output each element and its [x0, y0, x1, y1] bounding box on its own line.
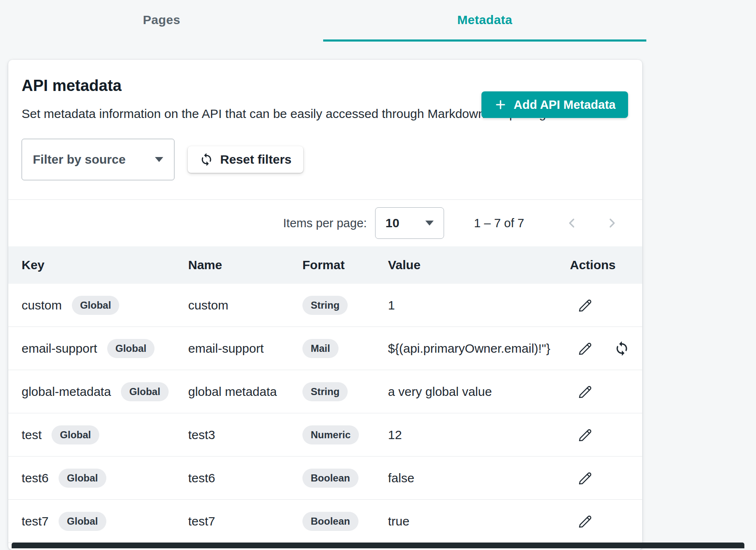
format-badge: String: [302, 382, 348, 401]
filter-by-source-label: Filter by source: [33, 152, 125, 167]
global-badge: Global: [107, 339, 155, 358]
items-per-page-value: 10: [385, 216, 399, 230]
format-cell: Mail: [302, 339, 388, 358]
format-cell: String: [302, 382, 388, 401]
key-cell: custom Global: [22, 296, 188, 315]
tab-bar: Pages Metadata: [0, 0, 646, 42]
metadata-value: ${(api.primaryOwner.email)!"}: [388, 341, 570, 356]
items-per-page-label: Items per page:: [283, 216, 367, 230]
actions-cell: [570, 297, 629, 313]
card-header: API metadata Set metadata information on…: [8, 60, 642, 121]
format-cell: String: [302, 296, 388, 315]
table-row: email-support Global email-support Mail …: [8, 327, 642, 370]
format-badge: String: [302, 296, 348, 315]
table-row: custom Global custom String 1: [8, 284, 642, 327]
metadata-name: test6: [188, 471, 302, 485]
metadata-value: a very global value: [388, 385, 570, 399]
key-cell: global-metadata Global: [22, 382, 188, 401]
actions-cell: [570, 470, 629, 486]
key-cell: email-support Global: [22, 339, 188, 358]
table-row: test7 Global test7 Boolean true: [8, 500, 642, 543]
metadata-value: 1: [388, 298, 570, 312]
dropdown-arrow-icon: [425, 221, 434, 226]
edit-metadata-button[interactable]: [577, 341, 593, 356]
metadata-name: email-support: [188, 341, 302, 356]
format-badge: Mail: [302, 339, 339, 358]
metadata-key: email-support: [22, 341, 97, 356]
plus-icon: [494, 98, 507, 111]
api-metadata-card: API metadata Set metadata information on…: [8, 60, 642, 550]
page-range-label: 1 – 7 of 7: [474, 216, 524, 230]
edit-icon: [577, 470, 593, 486]
header-name: Name: [188, 258, 302, 272]
metadata-key: test7: [22, 514, 49, 528]
header-format: Format: [302, 258, 388, 272]
edit-icon: [577, 297, 593, 313]
metadata-key: test: [22, 428, 42, 442]
edit-metadata-button[interactable]: [577, 470, 593, 486]
format-badge: Boolean: [302, 512, 358, 531]
reset-filters-button[interactable]: Reset filters: [188, 146, 303, 173]
items-per-page-select[interactable]: 10: [375, 207, 444, 239]
edit-metadata-button[interactable]: [577, 513, 593, 529]
chevron-left-icon: [565, 216, 579, 231]
global-badge: Global: [121, 382, 169, 401]
edit-icon: [577, 513, 593, 529]
tab-metadata-label: Metadata: [457, 13, 512, 27]
next-page-button[interactable]: [601, 212, 623, 234]
reset-filters-label: Reset filters: [220, 152, 292, 167]
table-body: custom Global custom String 1 email-supp…: [8, 284, 642, 543]
previous-page-button[interactable]: [561, 212, 583, 234]
reset-icon: [199, 152, 214, 167]
edit-icon: [577, 341, 593, 356]
edit-metadata-button[interactable]: [577, 297, 593, 313]
table-row: global-metadata Global global metadata S…: [8, 370, 642, 413]
global-badge: Global: [72, 296, 120, 315]
chevron-right-icon: [604, 216, 619, 231]
format-cell: Boolean: [302, 512, 388, 531]
actions-cell: [570, 384, 629, 400]
tab-metadata[interactable]: Metadata: [323, 0, 646, 42]
metadata-value: true: [388, 514, 570, 528]
metadata-key: global-metadata: [22, 385, 111, 399]
edit-metadata-button[interactable]: [577, 427, 593, 443]
actions-cell: [570, 341, 630, 356]
format-cell: Numeric: [302, 425, 388, 444]
metadata-name: custom: [188, 298, 302, 312]
table-row: test6 Global test6 Boolean false: [8, 457, 642, 500]
add-api-metadata-label: Add API Metadata: [514, 98, 616, 112]
partial-dark-bar: [12, 543, 744, 548]
filter-by-source-select[interactable]: Filter by source: [22, 139, 174, 180]
metadata-key: custom: [22, 298, 62, 312]
key-cell: test Global: [22, 425, 188, 444]
table-header: Key Name Format Value Actions: [8, 246, 642, 284]
metadata-name: test3: [188, 428, 302, 442]
tab-pages-label: Pages: [143, 13, 180, 27]
actions-cell: [570, 513, 629, 529]
global-badge: Global: [59, 512, 106, 531]
metadata-name: test7: [188, 514, 302, 528]
paginator: Items per page: 10 1 – 7 of 7: [8, 200, 642, 246]
header-value: Value: [388, 258, 570, 272]
header-actions: Actions: [570, 258, 629, 272]
key-cell: test7 Global: [22, 512, 188, 531]
edit-icon: [577, 427, 593, 443]
edit-icon: [577, 384, 593, 400]
global-badge: Global: [52, 425, 99, 444]
add-api-metadata-button[interactable]: Add API Metadata: [481, 91, 628, 118]
refresh-metadata-button[interactable]: [614, 341, 630, 356]
metadata-value: 12: [388, 428, 570, 442]
tab-pages[interactable]: Pages: [0, 0, 323, 42]
actions-cell: [570, 427, 629, 443]
metadata-key: test6: [22, 471, 49, 485]
format-badge: Numeric: [302, 425, 359, 444]
table-row: test Global test3 Numeric 12: [8, 413, 642, 457]
edit-metadata-button[interactable]: [577, 384, 593, 400]
format-cell: Boolean: [302, 469, 388, 488]
dropdown-arrow-icon: [155, 157, 163, 162]
sync-icon: [614, 341, 630, 356]
format-badge: Boolean: [302, 469, 358, 488]
filter-bar: Filter by source Reset filters: [8, 139, 642, 180]
header-key: Key: [22, 258, 188, 272]
global-badge: Global: [59, 469, 106, 488]
